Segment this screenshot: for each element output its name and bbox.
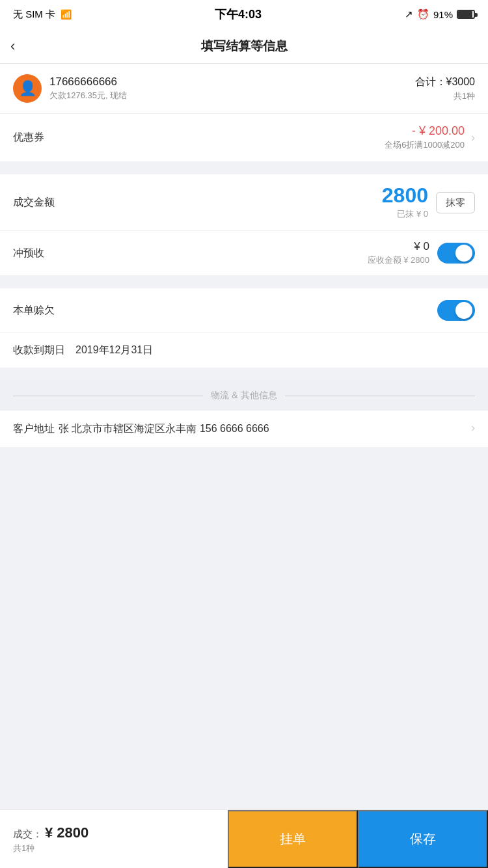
alarm-icon: ⏰ <box>417 8 429 20</box>
logistics-label: 物流 & 其他信息 <box>211 390 277 401</box>
deal-amount-sub: 已抹 ¥ 0 <box>382 208 428 220</box>
bottom-deal-row: 成交： ¥ 2800 <box>13 824 215 841</box>
deal-amount-value: 2800 <box>382 185 428 206</box>
coupon-right: - ¥ 200.00 全场6折满1000减200 › <box>385 124 475 151</box>
credit-card: 本单赊欠 收款到期日 2019年12月31日 <box>0 288 488 368</box>
coupon-amount: - ¥ 200.00 <box>385 124 465 138</box>
customer-card: 👤 17666666666 欠款1276.35元, 现结 合计：¥3000 共1… <box>0 64 488 161</box>
status-left: 无 SIM 卡 📶 <box>13 8 72 21</box>
prepay-receivable: 应收金额 ¥ 2800 <box>368 254 429 266</box>
prepay-right: ¥ 0 应收金额 ¥ 2800 <box>368 240 475 266</box>
wifi-icon: 📶 <box>61 9 72 20</box>
coupon-label: 优惠券 <box>13 131 44 144</box>
separator-3 <box>0 374 488 381</box>
prepay-toggle[interactable] <box>437 243 475 264</box>
bottom-count: 共1种 <box>13 843 215 854</box>
credit-row: 本单赊欠 <box>0 288 488 332</box>
customer-info: 17666666666 欠款1276.35元, 现结 <box>49 75 127 102</box>
prepay-row: 冲预收 ¥ 0 应收金额 ¥ 2800 <box>0 230 488 275</box>
bottom-info: 成交： ¥ 2800 共1种 <box>0 810 228 868</box>
pending-button[interactable]: 挂单 <box>228 810 358 868</box>
battery-bar <box>457 10 475 19</box>
customer-count: 共1种 <box>415 90 476 102</box>
deal-card: 成交金额 2800 已抹 ¥ 0 抹零 冲预收 ¥ 0 应收金额 ¥ 2800 <box>0 174 488 275</box>
customer-row: 👤 17666666666 欠款1276.35元, 现结 合计：¥3000 共1… <box>0 64 488 114</box>
coupon-chevron-icon: › <box>471 131 475 144</box>
coupon-discount: - ¥ 200.00 全场6折满1000减200 <box>385 124 465 151</box>
status-time: 下午4:03 <box>215 7 262 22</box>
logistics-separator: 物流 & 其他信息 <box>0 381 488 411</box>
deal-label: 成交金额 <box>13 196 55 210</box>
prepay-values: ¥ 0 应收金额 ¥ 2800 <box>368 240 429 266</box>
status-bar: 无 SIM 卡 📶 下午4:03 ↗ ⏰ 91% <box>0 0 488 29</box>
amount-row: 成交金额 2800 已抹 ¥ 0 抹零 <box>0 174 488 230</box>
bottom-space <box>0 454 488 571</box>
battery-percent: 91% <box>433 9 453 20</box>
due-row: 收款到期日 2019年12月31日 <box>0 332 488 368</box>
bottom-bar: 成交： ¥ 2800 共1种 挂单 保存 <box>0 809 488 868</box>
avatar: 👤 <box>13 74 42 103</box>
coupon-desc: 全场6折满1000减200 <box>385 139 465 151</box>
customer-right: 合计：¥3000 共1种 <box>415 75 476 102</box>
battery-fill <box>458 11 472 18</box>
address-chevron-icon: › <box>471 421 475 435</box>
bottom-deal-amount: ¥ 2800 <box>45 824 88 841</box>
credit-label: 本单赊欠 <box>13 304 55 318</box>
logistics-line-right <box>285 396 475 396</box>
address-text: 张 北京市市辖区海淀区永丰南 156 6666 6666 <box>59 421 468 437</box>
page-title: 填写结算等信息 <box>201 38 288 55</box>
coupon-row[interactable]: 优惠券 - ¥ 200.00 全场6折满1000减200 › <box>0 114 488 161</box>
content: 👤 17666666666 欠款1276.35元, 现结 合计：¥3000 共1… <box>0 64 488 636</box>
customer-debt: 欠款1276.35元, 现结 <box>49 90 127 102</box>
address-label: 客户地址 <box>13 421 59 436</box>
separator-1 <box>0 168 488 174</box>
prepay-label: 冲预收 <box>13 247 44 260</box>
round-zero-button[interactable]: 抹零 <box>436 192 475 213</box>
prepay-amount: ¥ 0 <box>368 240 429 253</box>
customer-left: 👤 17666666666 欠款1276.35元, 现结 <box>13 74 127 103</box>
amount-values: 2800 已抹 ¥ 0 <box>382 185 428 220</box>
bottom-deal-label: 成交： <box>13 828 42 841</box>
header: ‹ 填写结算等信息 <box>0 29 488 64</box>
address-row[interactable]: 客户地址 张 北京市市辖区海淀区永丰南 156 6666 6666 › <box>0 411 488 447</box>
amount-right: 2800 已抹 ¥ 0 抹零 <box>382 185 475 220</box>
separator-2 <box>0 282 488 288</box>
carrier-label: 无 SIM 卡 <box>13 8 55 21</box>
due-date-value: 2019年12月31日 <box>75 344 153 357</box>
customer-total: 合计：¥3000 <box>415 75 476 89</box>
location-icon: ↗ <box>405 8 413 20</box>
status-right: ↗ ⏰ 91% <box>405 8 475 20</box>
save-button[interactable]: 保存 <box>358 810 488 868</box>
credit-toggle[interactable] <box>437 300 475 321</box>
logistics-line-left <box>13 396 203 396</box>
due-label: 收款到期日 <box>13 344 65 357</box>
back-button[interactable]: ‹ <box>10 38 15 55</box>
customer-phone: 17666666666 <box>49 75 127 88</box>
